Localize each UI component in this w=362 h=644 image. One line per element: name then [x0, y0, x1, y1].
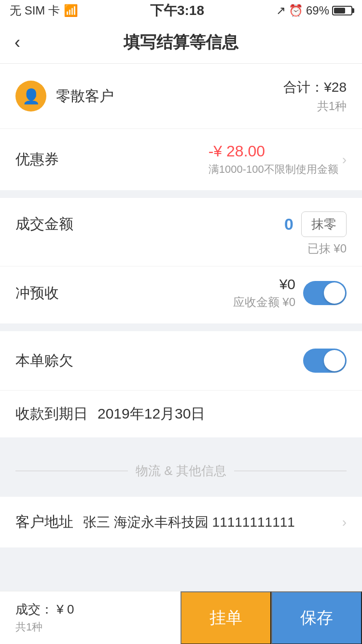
total-count: 共1种	[283, 98, 347, 114]
gray-separator-2	[0, 445, 362, 453]
back-button[interactable]: ‹	[14, 32, 20, 53]
coupon-row[interactable]: 优惠券 -¥ 28.00 满1000-100不限制使用金额 ›	[0, 128, 362, 190]
battery-icon	[332, 6, 352, 15]
battery-fill	[334, 8, 345, 14]
status-bar: 无 SIM 卡 📶 下午3:18 ↗ ⏰ 69%	[0, 0, 362, 21]
location-icon: ↗	[276, 4, 286, 17]
bottom-count: 共1种	[15, 620, 165, 634]
advance-amounts: ¥0 应收金额 ¥0	[233, 276, 295, 310]
nav-bar: ‹ 填写结算等信息	[0, 21, 362, 64]
advance-right: ¥0 应收金额 ¥0	[233, 276, 347, 310]
wifi-icon: 📶	[64, 4, 78, 17]
address-label: 客户地址	[15, 512, 73, 532]
bottom-info: 成交： ¥ 0 共1种	[0, 601, 181, 634]
coupon-right: -¥ 28.00 满1000-100不限制使用金额 ›	[209, 142, 347, 177]
address-value: 张三 海淀永丰科技园 11111111111	[73, 513, 342, 532]
advance-amount-main: ¥0	[233, 276, 295, 293]
status-right: ↗ ⏰ 69%	[276, 4, 352, 17]
customer-left: 👤 零散客户	[15, 81, 114, 112]
debt-toggle[interactable]	[303, 349, 347, 373]
debt-toggle-knob	[324, 350, 345, 371]
bottom-bar: 成交： ¥ 0 共1种 挂单 保存	[0, 591, 362, 644]
debt-label: 本单赊欠	[15, 351, 73, 371]
carrier-label: 无 SIM 卡	[10, 3, 60, 18]
logistics-divider: 物流 & 其他信息	[0, 453, 362, 489]
gray-separator-1	[0, 323, 362, 331]
battery-percent: 69%	[306, 4, 329, 17]
logistics-label: 物流 & 其他信息	[136, 462, 226, 479]
status-left: 无 SIM 卡 📶	[10, 3, 78, 18]
alarm-icon: ⏰	[289, 4, 303, 17]
duedate-label: 收款到期日	[15, 404, 88, 424]
transaction-right: 0 抹零	[284, 211, 347, 237]
bottom-trans: 成交： ¥ 0	[15, 601, 165, 618]
transaction-row: 成交金额 0 抹零	[0, 198, 362, 241]
logistics-section: 物流 & 其他信息	[0, 453, 362, 489]
transaction-amount[interactable]: 0	[284, 215, 293, 234]
logistics-line-right	[234, 471, 347, 471]
transaction-section: 成交金额 0 抹零 已抹 ¥0 冲预收 ¥0 应收金额 ¥0	[0, 198, 362, 323]
advance-label: 冲预收	[15, 283, 59, 303]
status-time: 下午3:18	[150, 1, 204, 20]
customer-name: 零散客户	[56, 86, 114, 106]
bottom-trans-label: 成交：	[15, 602, 53, 616]
transaction-sub: 已抹 ¥0	[0, 241, 362, 266]
debt-section: 本单赊欠 收款到期日 2019年12月30日	[0, 331, 362, 437]
coupon-desc: 满1000-100不限制使用金额	[209, 162, 338, 177]
total-amount: 合计：¥28	[283, 78, 347, 97]
content: 👤 零散客户 合计：¥28 共1种 优惠券 -¥ 28.00 满1000-100…	[0, 64, 362, 605]
advance-row: 冲预收 ¥0 应收金额 ¥0	[0, 266, 362, 323]
address-chevron-icon: ›	[342, 515, 347, 530]
avatar-icon: 👤	[22, 88, 40, 105]
save-button[interactable]: 保存	[271, 591, 362, 644]
round-button[interactable]: 抹零	[301, 211, 347, 237]
page-title: 填写结算等信息	[124, 31, 238, 54]
duedate-value: 2019年12月30日	[97, 404, 205, 424]
customer-right: 合计：¥28 共1种	[283, 78, 347, 114]
transaction-label: 成交金额	[15, 214, 73, 234]
chevron-right-icon: ›	[342, 152, 347, 168]
address-section[interactable]: 客户地址 张三 海淀永丰科技园 11111111111 ›	[0, 497, 362, 547]
debt-row: 本单赊欠	[0, 331, 362, 390]
coupon-label: 优惠券	[15, 150, 59, 169]
duedate-row: 收款到期日 2019年12月30日	[0, 390, 362, 437]
advance-toggle[interactable]	[303, 281, 347, 305]
coupon-info: -¥ 28.00 满1000-100不限制使用金额	[209, 142, 338, 177]
bottom-trans-amount: ¥ 0	[56, 602, 74, 616]
advance-amount-sub: 应收金额 ¥0	[233, 294, 295, 310]
address-row[interactable]: 客户地址 张三 海淀永丰科技园 11111111111 ›	[0, 497, 362, 547]
hold-button[interactable]: 挂单	[181, 591, 271, 644]
toggle-knob	[324, 282, 345, 304]
logistics-line-left	[15, 471, 128, 471]
coupon-discount: -¥ 28.00	[209, 142, 338, 160]
customer-row: 👤 零散客户 合计：¥28 共1种	[0, 64, 362, 128]
customer-section: 👤 零散客户 合计：¥28 共1种 优惠券 -¥ 28.00 满1000-100…	[0, 64, 362, 190]
customer-avatar: 👤	[15, 81, 46, 112]
